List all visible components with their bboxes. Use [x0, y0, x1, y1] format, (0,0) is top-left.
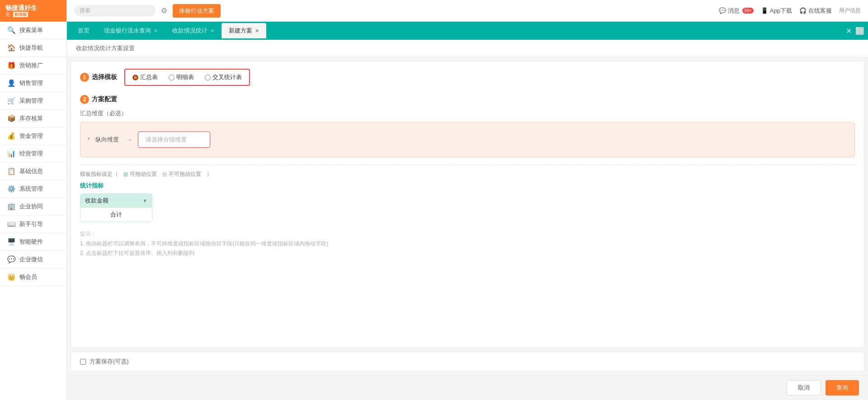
app-download-item[interactable]: 📱 App下载: [761, 7, 792, 15]
metrics-label: 统计指标: [80, 182, 855, 190]
step2-num: 2: [80, 95, 89, 104]
finance-icon: 💰: [7, 132, 16, 140]
dimension-row: * 纵向维度 → 请选择分组维度: [88, 132, 847, 148]
summary-dim-label: 汇总维度（必选）: [80, 109, 855, 118]
sidebar-item-purchase[interactable]: 🛒 采购管理: [0, 92, 66, 110]
step2-section: 2 方案配置 汇总维度（必选） * 纵向维度 → 请选择分组维度: [80, 95, 855, 259]
tab-collection-stat[interactable]: 收款情况统计 ✕: [165, 23, 222, 38]
radio-cross-input[interactable]: [205, 75, 211, 80]
maximize-icon[interactable]: ⬜: [855, 27, 864, 35]
system-icon: ⚙️: [7, 185, 16, 193]
topbar: 搜索 ⚙ 体验行业方案 💬 消息 99+ 📱 App下载 🎧 在线客服 用户信息: [67, 0, 868, 22]
metrics-config-close: ）: [207, 170, 212, 178]
sidebar-item-inventory[interactable]: 📦 库存核算: [0, 110, 66, 127]
step1-header: 1 选择模板 汇总表 明细表 交叉统计表: [80, 69, 855, 86]
save-label[interactable]: 方案保存(可选): [90, 358, 129, 366]
inventory-icon: 📦: [7, 114, 16, 122]
tab-home[interactable]: 首页: [71, 23, 97, 38]
tab-new-plan-close[interactable]: ✕: [255, 28, 259, 34]
main-area: 搜索 ⚙ 体验行业方案 💬 消息 99+ 📱 App下载 🎧 在线客服 用户信息: [67, 0, 868, 400]
operations-icon: 📊: [7, 150, 16, 158]
legend-fixed: 不可拖动位置: [162, 170, 201, 178]
radio-cross[interactable]: 交叉统计表: [205, 73, 242, 81]
content-area: 收款情况统计方案设置 1 选择模板 汇总表 明细表: [67, 40, 868, 400]
footer-bar: 取消 查询: [67, 375, 868, 400]
topbar-left: 搜索 ⚙ 体验行业方案: [74, 4, 221, 18]
guide-icon: 📖: [7, 220, 16, 228]
tab-bank-flow-close[interactable]: ✕: [154, 28, 158, 34]
sidebar-item-operations[interactable]: 📊 经营管理: [0, 145, 66, 163]
sidebar-item-wechat[interactable]: 💬 企业微信: [0, 251, 66, 268]
radio-summary[interactable]: 汇总表: [132, 73, 158, 81]
tab-new-plan[interactable]: 新建方案 ✕: [222, 23, 266, 38]
radio-detail[interactable]: 明细表: [169, 73, 194, 81]
query-button[interactable]: 查询: [826, 380, 859, 395]
sidebar-item-member[interactable]: 👑 畅会员: [0, 268, 66, 286]
marketing-icon: 🎁: [7, 61, 16, 70]
sidebar-item-hardware[interactable]: 🖥️ 智能硬件: [0, 233, 66, 251]
metrics-config-label: 模板指标设定（: [80, 170, 118, 178]
sidebar: 畅捷通好生 意 标准版 🔍 搜索菜单 🏠 快捷导航 🎁 营销推广 👤 销售管理 …: [0, 0, 67, 400]
sidebar-item-enterprise[interactable]: 🏢 企业协同: [0, 198, 66, 216]
radio-summary-input[interactable]: [132, 75, 138, 80]
search-menu-icon: 🔍: [7, 26, 16, 34]
dimension-area: * 纵向维度 → 请选择分组维度: [80, 122, 855, 157]
arrow-icon: →: [126, 136, 132, 143]
dropdown-icon[interactable]: ▼: [142, 198, 147, 203]
basic-info-icon: 📋: [7, 167, 16, 175]
sidebar-item-basic-info[interactable]: 📋 基础信息: [0, 163, 66, 180]
tabs-actions: ✕ ⬜: [846, 27, 864, 35]
metrics-table-row: 合计: [80, 207, 152, 221]
fixed-dot: [162, 172, 167, 177]
sidebar-item-marketing[interactable]: 🎁 营销推广: [0, 57, 66, 75]
radio-detail-input[interactable]: [169, 75, 175, 80]
sales-icon: 👤: [7, 79, 16, 87]
cancel-button[interactable]: 取消: [787, 380, 821, 395]
hint-line1: 1. 拖动标题栏可以调整布局，不可跨维度或指标区域拖动目字段(只能在同一维度或指…: [80, 239, 855, 249]
sidebar-item-quick-nav[interactable]: 🏠 快捷导航: [0, 39, 66, 57]
step2-header: 2 方案配置: [80, 95, 855, 104]
app-icon: 📱: [761, 7, 768, 14]
hints: 提示： 1. 拖动标题栏可以调整布局，不可跨维度或指标区域拖动目字段(只能在同一…: [80, 229, 855, 259]
sidebar-item-sales[interactable]: 👤 销售管理: [0, 75, 66, 92]
save-checkbox[interactable]: [80, 359, 86, 365]
sidebar-logo: 畅捷通好生 意 标准版: [0, 0, 66, 22]
settings-icon[interactable]: ⚙: [161, 6, 167, 15]
close-window-icon[interactable]: ✕: [846, 27, 852, 35]
step2-title: 方案配置: [92, 95, 117, 104]
draggable-dot: [123, 172, 128, 177]
wechat-icon: 💬: [7, 255, 16, 264]
logo-text: 畅捷通好生: [5, 4, 37, 12]
sidebar-item-system[interactable]: ⚙️ 系统管理: [0, 180, 66, 198]
trial-btn[interactable]: 体验行业方案: [173, 4, 221, 18]
form-area: 1 选择模板 汇总表 明细表 交叉统计表: [71, 61, 864, 348]
sidebar-item-guide[interactable]: 📖 新手引导: [0, 216, 66, 233]
step1-num: 1: [80, 73, 89, 82]
member-icon: 👑: [7, 273, 16, 281]
hints-title: 提示：: [80, 231, 96, 237]
messages-item[interactable]: 💬 消息 99+: [719, 7, 754, 15]
step1-title: 选择模板: [92, 73, 117, 81]
message-icon: 💬: [719, 7, 726, 14]
online-support-item[interactable]: 🎧 在线客服: [799, 7, 832, 15]
metrics-section: 模板指标设定（ 可拖动位置 不可拖动位置 ） 统计指标: [80, 165, 855, 222]
dimension-select[interactable]: 请选择分组维度: [138, 132, 210, 148]
tab-bank-flow[interactable]: 现金银行流水查询 ✕: [97, 23, 165, 38]
metrics-table-header[interactable]: 收款金额 ▼: [80, 194, 152, 207]
logo-sub: 意 标准版: [5, 11, 37, 18]
sidebar-item-search-menu[interactable]: 🔍 搜索菜单: [0, 22, 66, 39]
tab-collection-stat-close[interactable]: ✕: [210, 28, 214, 34]
hint-line2: 2. 点击标题栏下拉可设置排序、插入列和删除列: [80, 249, 855, 259]
purchase-icon: 🛒: [7, 97, 16, 105]
sidebar-item-finance[interactable]: 💰 资金管理: [0, 127, 66, 145]
page-title: 收款情况统计方案设置: [67, 40, 868, 57]
template-box: 汇总表 明细表 交叉统计表: [124, 69, 250, 86]
search-box[interactable]: 搜索: [74, 5, 156, 16]
tabs-bar: 首页 现金银行流水查询 ✕ 收款情况统计 ✕ 新建方案 ✕ ✕ ⬜: [67, 22, 868, 40]
config-section: 汇总维度（必选） * 纵向维度 → 请选择分组维度 模板指标设定（: [80, 109, 855, 259]
legend-draggable: 可拖动位置: [123, 170, 157, 178]
message-badge: 99+: [742, 8, 754, 14]
user-info: 用户信息: [839, 7, 861, 14]
logo-badge: 标准版: [13, 12, 28, 17]
metrics-table: 收款金额 ▼ 合计: [80, 193, 152, 222]
